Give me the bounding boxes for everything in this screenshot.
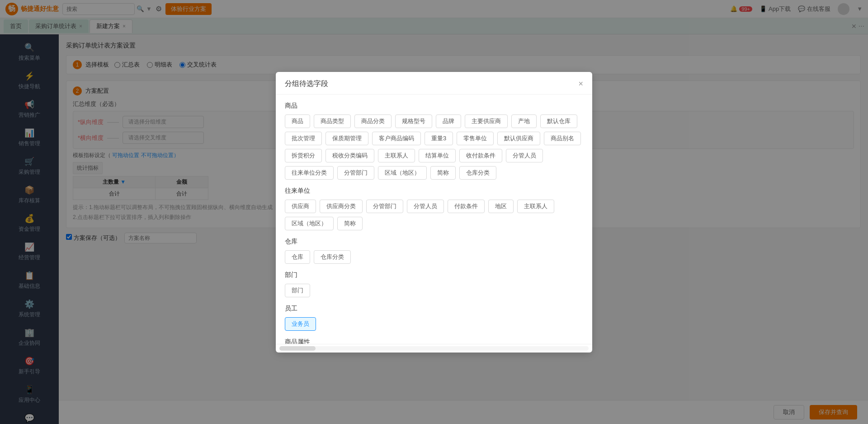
field-item[interactable]: 仓库分类	[314, 250, 351, 264]
department-group-title: 部门	[285, 271, 583, 279]
field-item[interactable]: 零售单位	[457, 132, 494, 145]
field-item[interactable]: 商品分类	[354, 114, 392, 128]
field-item[interactable]: 商品别名	[544, 132, 581, 145]
hscroll-bar[interactable]	[279, 346, 589, 351]
field-group-department: 部门 部门	[285, 271, 583, 297]
field-item[interactable]: 客户商品编码	[372, 132, 421, 145]
warehouse-group-title: 仓库	[285, 238, 583, 246]
field-group-goods: 商品 商品 商品类型 商品分类 规格型号 品牌 主要供应商 产地 默认仓库 批次…	[285, 102, 583, 180]
field-item[interactable]: 分管人员	[506, 149, 543, 162]
modal-title: 分组待选字段	[285, 79, 328, 89]
field-item[interactable]: 主要供应商	[465, 114, 508, 128]
field-group-goods-attr: 商品属性 属性 颜色 多规格 尺码 鞋码 1	[285, 338, 583, 344]
field-item[interactable]: 主联系人	[378, 149, 415, 162]
field-item[interactable]: 供应商	[285, 200, 316, 213]
field-item[interactable]: 简称	[430, 166, 456, 180]
goods-attr-group-title: 商品属性	[285, 338, 583, 344]
field-item[interactable]: 简称	[337, 217, 363, 230]
field-item[interactable]: 主联系人	[517, 200, 554, 213]
modal-hscroll[interactable]	[276, 344, 592, 353]
partner-group-title: 往来单位	[285, 187, 583, 195]
hscroll-thumb[interactable]	[279, 346, 316, 351]
field-item[interactable]: 税收分类编码	[326, 149, 374, 162]
field-item[interactable]: 分管部门	[337, 166, 374, 180]
field-item[interactable]: 部门	[285, 284, 310, 297]
field-item[interactable]: 规格型号	[395, 114, 432, 128]
field-group-partner: 往来单位 供应商 供应商分类 分管部门 分管人员 付款条件 地区 主联系人 区域…	[285, 187, 583, 230]
field-group-warehouse: 仓库 仓库 仓库分类	[285, 238, 583, 264]
field-item[interactable]: 区域（地区）	[378, 166, 427, 180]
field-item[interactable]: 默认仓库	[540, 114, 577, 128]
field-item[interactable]: 收付款条件	[459, 149, 502, 162]
field-item[interactable]: 付款条件	[448, 200, 485, 213]
field-item-employee[interactable]: 业务员	[285, 317, 316, 331]
goods-fields: 商品 商品类型 商品分类 规格型号 品牌 主要供应商 产地 默认仓库 批次管理 …	[285, 114, 583, 180]
employee-fields: 业务员	[285, 317, 583, 331]
field-item[interactable]: 重量3	[425, 132, 453, 145]
field-item[interactable]: 仓库分类	[459, 166, 496, 180]
goods-group-title: 商品	[285, 102, 583, 110]
field-item[interactable]: 商品类型	[314, 114, 351, 128]
modal-dialog: 分组待选字段 × 商品 商品 商品类型 商品分类 规格型号 品牌 主要供应商 产…	[276, 72, 592, 353]
modal-close-button[interactable]: ×	[578, 79, 583, 89]
partner-fields: 供应商 供应商分类 分管部门 分管人员 付款条件 地区 主联系人 区域（地区） …	[285, 200, 583, 230]
field-item[interactable]: 区域（地区）	[285, 217, 334, 230]
modal-body: 商品 商品 商品类型 商品分类 规格型号 品牌 主要供应商 产地 默认仓库 批次…	[276, 95, 592, 344]
field-item[interactable]: 品牌	[436, 114, 461, 128]
field-item[interactable]: 产地	[511, 114, 537, 128]
field-item[interactable]: 批次管理	[285, 132, 322, 145]
modal-overlay: 分组待选字段 × 商品 商品 商品类型 商品分类 规格型号 品牌 主要供应商 产…	[0, 0, 868, 424]
field-item[interactable]: 往来单位分类	[285, 166, 334, 180]
field-item[interactable]: 默认供应商	[497, 132, 540, 145]
field-item[interactable]: 地区	[488, 200, 514, 213]
field-item[interactable]: 供应商分类	[320, 200, 363, 213]
employee-group-title: 员工	[285, 305, 583, 313]
field-item[interactable]: 仓库	[285, 250, 310, 264]
modal-header: 分组待选字段 ×	[276, 72, 592, 95]
field-item[interactable]: 拆货积分	[285, 149, 322, 162]
department-fields: 部门	[285, 284, 583, 297]
field-item[interactable]: 结算单位	[419, 149, 456, 162]
warehouse-fields: 仓库 仓库分类	[285, 250, 583, 264]
field-item[interactable]: 分管部门	[366, 200, 403, 213]
field-item[interactable]: 商品	[285, 114, 310, 128]
field-item[interactable]: 分管人员	[407, 200, 444, 213]
field-group-employee: 员工 业务员	[285, 305, 583, 331]
field-item[interactable]: 保质期管理	[326, 132, 368, 145]
